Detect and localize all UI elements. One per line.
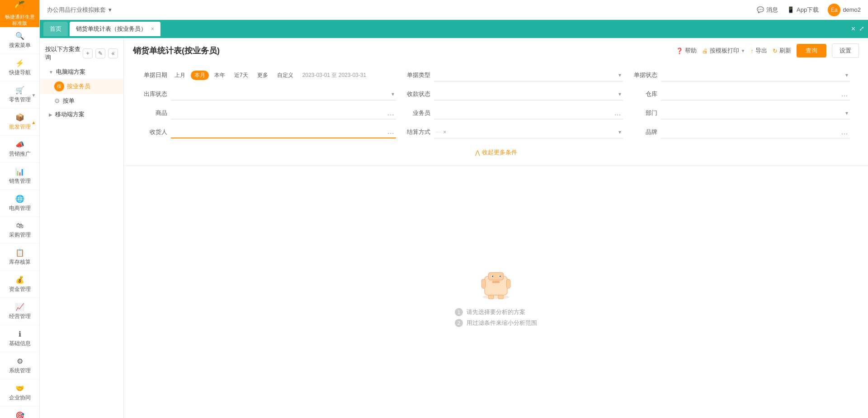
refresh-icon: ↻: [773, 48, 778, 54]
main-area: 办公用品行业模拟账套 ▾ 💬 消息 📱 App下载 Ea demo2 首页 销货…: [40, 0, 868, 418]
edit-scheme-button[interactable]: ✎: [95, 48, 105, 58]
scheme-tree: ▼ 电脑端方案 按 按业务员 ⚙ 按单 ▶ 移动端方案: [40, 65, 123, 121]
brand-control[interactable]: …: [661, 126, 850, 138]
right-panel: 销货单统计表(按业务员) ❓ 帮助 🖨 按模板打印 ▼ ↑: [124, 38, 868, 418]
app-download-button[interactable]: 📱 App下载: [787, 6, 819, 14]
refresh-button[interactable]: ↻ 刷新: [773, 47, 791, 55]
sidebar-item-inventory[interactable]: 📋 库存核算: [0, 244, 40, 271]
brand-dots: …: [841, 128, 848, 136]
page-header: 销货单统计表(按业务员) ❓ 帮助 🖨 按模板打印 ▼ ↑: [124, 38, 868, 166]
dept-control[interactable]: ▾: [661, 107, 850, 119]
sidebar-item-wholesale[interactable]: 📦 批发管理 ▲: [0, 109, 40, 136]
tab-actions: × ⤢: [851, 25, 864, 33]
user-menu[interactable]: Ea demo2: [828, 4, 861, 16]
tree-node-by-order[interactable]: ⚙ 按单: [40, 94, 123, 108]
tree-node-by-staff[interactable]: 按 按业务员: [40, 79, 123, 94]
system-icon: ⚙: [17, 357, 23, 366]
tab-home[interactable]: 首页: [43, 22, 68, 36]
tab-report[interactable]: 销货单统计表（按业务员） ×: [70, 22, 160, 36]
tree-node-mobile[interactable]: ▶ 移动端方案: [40, 108, 123, 121]
sidebar-item-purchase[interactable]: 🛍 采购管理: [0, 217, 40, 244]
filter-warehouse: 仓库 …: [632, 88, 850, 100]
goods-control[interactable]: …: [171, 107, 396, 119]
sidebar-item-newguide[interactable]: 🎯 新手引导: [0, 407, 40, 418]
sidebar-item-search[interactable]: 🔍 搜索菜单: [0, 27, 40, 54]
collect-status-chevron: ▾: [618, 91, 621, 97]
sidebar: 🍊 畅捷通好生意 标准版 🔍 搜索菜单 ⚡ 快捷导航 🛒 零售管理 ▼ 📦 批发…: [0, 0, 40, 418]
date-this-month[interactable]: 本月: [191, 71, 209, 80]
left-panel: 按以下方案查询 + ✎ « ▼ 电脑端方案 按 按业务员: [40, 38, 124, 418]
help-button[interactable]: ❓ 帮助: [676, 47, 697, 55]
collapse-button[interactable]: ⋀ 收起更多条件: [472, 145, 521, 160]
sidebar-item-operation[interactable]: 📈 经营管理: [0, 298, 40, 325]
content-area: 按以下方案查询 + ✎ « ▼ 电脑端方案 按 按业务员: [40, 38, 868, 418]
date-filter-control: 上月 本月 本年 近7天 更多 自定义 2023-03-01 至 2023-03…: [171, 71, 396, 80]
out-status-control[interactable]: ▾: [171, 88, 396, 100]
svg-rect-8: [481, 279, 485, 288]
mobile-arrow: ▶: [49, 112, 52, 117]
filter-dept: 部门 ▾: [632, 107, 850, 119]
filter-goods: 商品 …: [142, 107, 396, 119]
print-template-button[interactable]: 🖨 按模板打印 ▼: [702, 47, 745, 55]
date-range-text: 2023-03-01 至 2023-03-31: [302, 71, 366, 79]
filter-settlement: 结算方式 × ▾: [405, 126, 623, 138]
svg-rect-9: [506, 279, 510, 288]
doc-type-control[interactable]: ▾: [434, 69, 623, 81]
svg-rect-7: [492, 280, 500, 283]
date-this-year[interactable]: 本年: [211, 71, 229, 80]
doc-status-control[interactable]: ▾: [661, 69, 850, 81]
avatar: Ea: [828, 4, 840, 16]
settlement-control[interactable]: × ▾: [434, 126, 623, 138]
sidebar-item-marketing[interactable]: 📣 营销推广: [0, 136, 40, 163]
topbar-right: 💬 消息 📱 App下载 Ea demo2: [757, 4, 861, 16]
setting-button[interactable]: 设置: [832, 43, 859, 58]
export-button[interactable]: ↑ 导出: [751, 47, 768, 55]
maximize-window-icon[interactable]: ⤢: [859, 25, 864, 33]
date-last-month[interactable]: 上月: [171, 71, 189, 80]
collapse-panel-button[interactable]: «: [108, 48, 118, 58]
filter-row-1: 单据日期 上月 本月 本年 近7天 更多 自定义 20: [142, 69, 850, 81]
sidebar-item-ecommerce[interactable]: 🌐 电商管理: [0, 190, 40, 217]
date-label: 单据日期: [142, 71, 167, 79]
date-custom[interactable]: 自定义: [274, 71, 297, 80]
add-scheme-button[interactable]: +: [83, 48, 93, 58]
tab-close-icon[interactable]: ×: [151, 26, 154, 32]
newguide-icon: 🎯: [15, 411, 24, 418]
settlement-clear[interactable]: ×: [443, 129, 446, 135]
staff-label: 业务员: [405, 109, 430, 117]
collect-status-control[interactable]: ▾: [434, 88, 623, 100]
sidebar-item-basic[interactable]: ℹ 基础信息: [0, 325, 40, 352]
staff-control[interactable]: …: [434, 107, 623, 119]
doc-status-chevron: ▾: [845, 72, 848, 78]
page-actions: ❓ 帮助 🖨 按模板打印 ▼ ↑ 导出 ↻: [676, 43, 859, 58]
sidebar-item-quicknav[interactable]: ⚡ 快捷导航: [0, 54, 40, 81]
message-button[interactable]: 💬 消息: [757, 6, 778, 14]
sidebar-item-cooperation[interactable]: 🤝 企业协同: [0, 380, 40, 407]
filter-row-2: 出库状态 ▾ 收款状态 ▾: [142, 88, 850, 100]
date-more[interactable]: 更多: [254, 71, 272, 80]
date-last7[interactable]: 近7天: [231, 71, 252, 80]
brand-label: 品牌: [632, 128, 657, 136]
sidebar-item-sales[interactable]: 📊 销售管理: [0, 163, 40, 190]
warehouse-dots: …: [841, 90, 848, 98]
filter-doc-status: 单据状态 ▾: [632, 69, 850, 81]
sidebar-item-retail[interactable]: 🛒 零售管理 ▼: [0, 81, 40, 109]
filter-out-status: 出库状态 ▾: [142, 88, 396, 100]
logo-icon: 🍊: [14, 1, 26, 13]
breadcrumb-dropdown[interactable]: ▾: [108, 6, 112, 13]
operation-icon: 📈: [15, 303, 24, 311]
close-window-icon[interactable]: ×: [851, 25, 855, 33]
warehouse-control[interactable]: …: [661, 88, 850, 100]
settlement-label: 结算方式: [405, 128, 430, 136]
receiver-control[interactable]: …: [171, 126, 396, 138]
query-button[interactable]: 查询: [797, 44, 826, 57]
quicknav-icon: ⚡: [15, 59, 24, 67]
sidebar-item-system[interactable]: ⚙ 系统管理: [0, 352, 40, 380]
by-order-icon: ⚙: [54, 97, 60, 104]
filter-row-3: 商品 … 业务员 …: [142, 107, 850, 119]
cooperation-icon: 🤝: [15, 384, 24, 393]
tree-node-desktop[interactable]: ▼ 电脑端方案: [40, 65, 123, 79]
help-icon: ❓: [676, 48, 683, 54]
filter-doc-type: 单据类型 ▾: [405, 69, 623, 81]
sidebar-item-finance[interactable]: 💰 资金管理: [0, 271, 40, 298]
